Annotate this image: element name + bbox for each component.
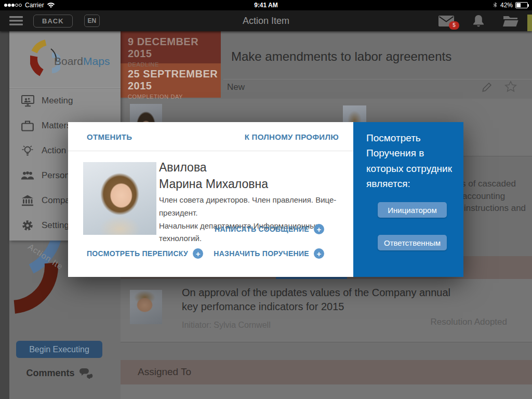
cancel-button[interactable]: ОТМЕНИТЬ — [87, 132, 132, 141]
profile-name: Авилова Марина Михаловна — [159, 159, 268, 192]
lightbulb-icon — [21, 144, 34, 157]
modal-divider — [68, 151, 353, 151]
bluetooth-icon — [493, 2, 498, 9]
folder-icon — [503, 16, 518, 26]
status-left: Carrier — [4, 2, 55, 9]
profile-description: Член совета директоров. Член правления. … — [159, 194, 353, 245]
deadline-block: 9 DECEMBER 2015 DEADLINE — [121, 31, 221, 63]
battery-percent: 42% — [500, 2, 513, 9]
plus-icon: + — [314, 248, 324, 259]
profile-last-name: Авилова — [159, 159, 268, 176]
language-button[interactable]: EN — [84, 15, 100, 27]
description-fragment: instructions and — [464, 203, 526, 214]
as-initiator-button[interactable]: Инициатором — [378, 202, 447, 218]
sidebar-item-label: Matters — [42, 121, 71, 131]
profile-popover: ОТМЕНИТЬ К ПОЛНОМУ ПРОФИЛЮ Авилова Марин… — [68, 122, 463, 277]
resolution-title: On approval of the updates values of the… — [182, 286, 452, 313]
battery-icon — [515, 2, 528, 8]
divider — [223, 79, 532, 79]
status-label: New — [227, 82, 245, 92]
plus-icon: + — [193, 248, 203, 259]
completion-block: 25 SEPTREMBER 2015 COMPLETION DAY — [121, 63, 221, 98]
resolution-initiator: Initiator: Sylvia Cornwell — [182, 321, 271, 330]
back-button[interactable]: BACK — [33, 15, 73, 28]
logo-wordmark: BoardMaps — [54, 55, 110, 68]
sidebar-divider — [9, 87, 121, 88]
briefcase-icon — [21, 121, 34, 131]
comments-icon — [79, 368, 94, 379]
bell-icon — [473, 15, 484, 27]
assigned-to-content — [121, 384, 532, 399]
notifications-button[interactable] — [473, 15, 484, 27]
as-responsible-button[interactable]: Ответственным — [378, 235, 447, 250]
clock: 9:41 AM — [0, 2, 532, 9]
action-item-title: Make amendments to labor agreements — [231, 49, 451, 64]
begin-executing-button[interactable]: Begin Executing — [16, 341, 102, 358]
write-message-button[interactable]: НАПИСАТЬ СООБЩЕНИЕ + — [215, 224, 324, 234]
comments-button[interactable]: Comments — [21, 368, 99, 379]
description-fragment: s of cascaded — [461, 179, 516, 189]
sidebar-item-meeting[interactable]: Meeting — [9, 88, 121, 113]
assign-task-label: НАЗНАЧИТЬ ПОРУЧЕНИЕ — [214, 249, 309, 258]
persons-icon — [21, 171, 34, 180]
status-right: 42% — [493, 2, 528, 9]
favorite-star-icon[interactable] — [504, 80, 517, 94]
meeting-icon — [21, 95, 34, 107]
mail-badge: 5 — [449, 21, 459, 30]
profile-first-name: Марина Михаловна — [159, 176, 268, 193]
plus-icon: + — [314, 224, 324, 234]
assigned-to-header: Assigned To — [121, 360, 532, 384]
view-correspondence-label: ПОСМОТРЕТЬ ПЕРЕПИСКУ — [87, 249, 188, 258]
date-column: 9 DECEMBER 2015 DEADLINE 25 SEPTREMBER 2… — [121, 31, 221, 98]
edit-icon[interactable] — [481, 81, 493, 93]
comments-label: Comments — [26, 368, 74, 379]
wifi-icon — [47, 2, 55, 8]
resolution-card[interactable]: On approval of the updates values of the… — [121, 279, 532, 342]
profile-description-line: Член совета директоров. Член правления. … — [159, 194, 353, 220]
bank-icon — [21, 195, 34, 206]
side-panel-text: Посмотреть Поручения в которых сотрудник… — [366, 130, 456, 192]
menu-icon[interactable] — [9, 16, 23, 25]
gear-icon — [21, 220, 34, 231]
assigned-to-label: Assigned To — [138, 366, 191, 378]
mail-button[interactable]: 5 — [438, 16, 454, 26]
deadline-date: 9 DECEMBER 2015 — [128, 36, 221, 60]
assign-task-button[interactable]: НАЗНАЧИТЬ ПОРУЧЕНИЕ + — [214, 248, 324, 259]
view-correspondence-button[interactable]: ПОСМОТРЕТЬ ПЕРЕПИСКУ + — [87, 248, 203, 259]
full-profile-button[interactable]: К ПОЛНОМУ ПРОФИЛЮ — [245, 132, 339, 141]
write-message-label: НАПИСАТЬ СООБЩЕНИЕ — [215, 225, 309, 233]
documents-button[interactable] — [503, 16, 518, 26]
profile-photo — [83, 162, 156, 235]
sidebar-item-label: Meeting — [42, 96, 73, 106]
profile-card: ОТМЕНИТЬ К ПОЛНОМУ ПРОФИЛЮ Авилова Марин… — [68, 122, 353, 277]
resolution-initiator-avatar — [130, 290, 162, 324]
tasks-side-panel: Посмотреть Поручения в которых сотрудник… — [353, 122, 463, 277]
carrier-label: Carrier — [25, 2, 44, 9]
signal-strength-icon — [4, 4, 22, 7]
edge-tab[interactable] — [527, 15, 532, 31]
completion-date: 25 SEPTREMBER 2015 — [128, 68, 221, 92]
resolution-status: Resolution Adopted — [431, 317, 507, 327]
boardmaps-logo: BoardMaps — [9, 35, 121, 85]
nav-bar: Action Item BACK EN 5 — [0, 10, 532, 31]
description-fragment: accounting — [462, 191, 505, 202]
status-bar: Carrier 9:41 AM 42% — [0, 0, 532, 10]
